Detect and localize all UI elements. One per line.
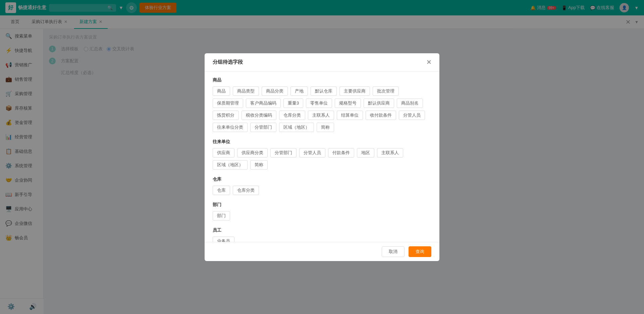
field-tag-main-supplier[interactable]: 主要供应商 (339, 86, 370, 96)
field-tag-main-contact2[interactable]: 主联系人 (377, 148, 403, 158)
field-tag-short-name2[interactable]: 简称 (250, 160, 268, 170)
section-warehouse: 仓库 仓库 仓库分类 (213, 176, 431, 195)
field-tag-area[interactable]: 地区 (357, 148, 374, 158)
section-warehouse-title: 仓库 (213, 176, 431, 182)
field-tag-dept-managed[interactable]: 分管部门 (250, 123, 276, 132)
field-tag-alias[interactable]: 商品别名 (397, 99, 423, 108)
section-product-tags: 商品 商品类型 商品分类 产地 默认仓库 主要供应商 批次管理 保质期管理 客户… (213, 86, 431, 132)
section-warehouse-tags: 仓库 仓库分类 (213, 186, 431, 195)
field-tag-retail-unit[interactable]: 零售单位 (306, 99, 332, 108)
modal-title: 分组待选字段 (213, 59, 243, 65)
field-tag-region2[interactable]: 区域（地区） (213, 160, 248, 170)
modal-footer: 取消 查询 (205, 242, 439, 261)
section-product: 商品 商品 商品类型 商品分类 产地 默认仓库 主要供应商 批次管理 保质期管理… (213, 77, 431, 132)
field-tag-product[interactable]: 商品 (213, 86, 230, 96)
field-tag-manager2[interactable]: 分管人员 (299, 148, 325, 158)
confirm-button[interactable]: 查询 (409, 246, 431, 257)
cancel-button[interactable]: 取消 (382, 246, 405, 257)
section-department-title: 部门 (213, 202, 431, 208)
modal-body: 商品 商品 商品类型 商品分类 产地 默认仓库 主要供应商 批次管理 保质期管理… (205, 72, 439, 242)
field-tag-customer-code[interactable]: 客户商品编码 (246, 99, 281, 108)
field-tag-default-warehouse[interactable]: 默认仓库 (311, 86, 337, 96)
field-tag-warehouse[interactable]: 仓库 (213, 186, 230, 195)
field-tag-department[interactable]: 部门 (213, 211, 230, 221)
field-tag-supplier[interactable]: 供应商 (213, 148, 234, 158)
section-department-tags: 部门 (213, 211, 431, 221)
field-tag-tax-code[interactable]: 税收分类编码 (241, 111, 276, 120)
field-tag-shelf-life[interactable]: 保质期管理 (213, 99, 243, 108)
field-tag-warehouse-category[interactable]: 仓库分类 (279, 111, 305, 120)
field-tag-product-type[interactable]: 商品类型 (233, 86, 259, 96)
section-counterpart-tags: 供应商 供应商分类 分管部门 分管人员 付款条件 地区 主联系人 区域（地区） … (213, 148, 431, 170)
section-counterpart: 往来单位 供应商 供应商分类 分管部门 分管人员 付款条件 地区 主联系人 区域… (213, 139, 431, 170)
field-tag-short-name[interactable]: 简称 (317, 123, 334, 132)
modal-close-button[interactable]: ✕ (426, 59, 431, 66)
section-employee-tags: 业务员 (213, 237, 431, 242)
field-tag-supplier-category[interactable]: 供应商分类 (237, 148, 268, 158)
section-department: 部门 部门 (213, 202, 431, 221)
field-tag-payment-condition[interactable]: 付款条件 (328, 148, 354, 158)
modal-dialog: 分组待选字段 ✕ 商品 商品 商品类型 商品分类 产地 默认仓库 主要供应商 批… (205, 53, 439, 261)
field-tag-region[interactable]: 区域（地区） (279, 123, 314, 132)
field-tag-weight[interactable]: 重量3 (283, 99, 303, 108)
field-tag-spec-model[interactable]: 规格型号 (335, 99, 361, 108)
section-product-title: 商品 (213, 77, 431, 83)
section-employee: 员工 业务员 (213, 227, 431, 242)
field-tag-product-category[interactable]: 商品分类 (262, 86, 288, 96)
field-tag-payment-terms[interactable]: 收付款条件 (366, 111, 396, 120)
field-tag-salesperson[interactable]: 业务员 (213, 237, 234, 242)
modal-overlay: 分组待选字段 ✕ 商品 商品 商品类型 商品分类 产地 默认仓库 主要供应商 批… (0, 0, 644, 314)
field-tag-manager[interactable]: 分管人员 (399, 111, 425, 120)
section-counterpart-title: 往来单位 (213, 139, 431, 145)
field-tag-default-supplier[interactable]: 默认供应商 (364, 99, 394, 108)
field-tag-counterpart-category[interactable]: 往来单位分类 (213, 123, 248, 132)
field-tag-batch-management[interactable]: 批次管理 (373, 86, 399, 96)
field-tag-dept-managed2[interactable]: 分管部门 (270, 148, 297, 158)
field-tag-settlement-unit[interactable]: 结算单位 (337, 111, 363, 120)
field-tag-pick-points[interactable]: 拣货积分 (213, 111, 239, 120)
field-tag-origin[interactable]: 产地 (290, 86, 308, 96)
field-tag-warehouse-cat[interactable]: 仓库分类 (233, 186, 259, 195)
section-employee-title: 员工 (213, 227, 431, 233)
modal-header: 分组待选字段 ✕ (205, 53, 439, 72)
field-tag-main-contact[interactable]: 主联系人 (308, 111, 334, 120)
